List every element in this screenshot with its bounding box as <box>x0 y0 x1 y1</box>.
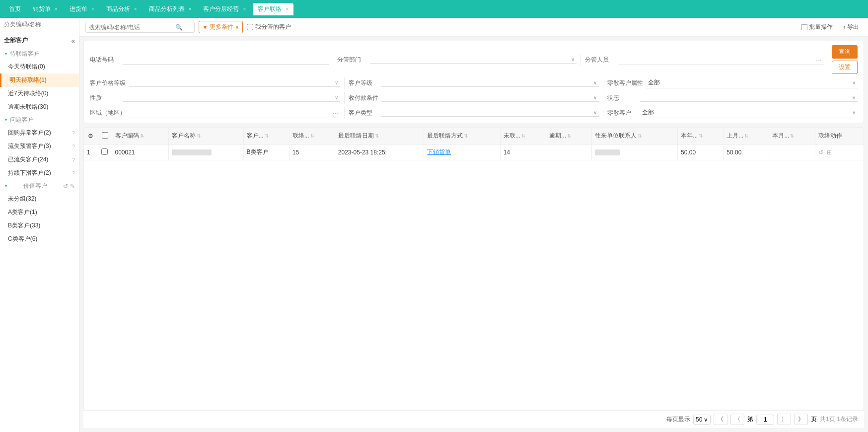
col-this-year: 本年... ⇅ <box>678 128 723 144</box>
action-grid-icon[interactable]: ⊞ <box>827 149 832 156</box>
filter-payment-select[interactable]: ∨ <box>381 94 599 102</box>
col-code: 客户编码 ⇅ <box>112 128 169 144</box>
sort-icon[interactable]: ⇅ <box>521 133 525 139</box>
help-icon[interactable]: ? <box>72 144 75 149</box>
page-input[interactable] <box>756 415 774 425</box>
filter-retail-attr-select[interactable]: 全部 ∨ <box>646 77 858 88</box>
chevron-up-icon: ∧ <box>235 24 239 31</box>
sidebar-item-7days[interactable]: 近7天待联络(0) <box>0 87 79 100</box>
close-icon[interactable]: × <box>134 6 137 12</box>
sort-icon[interactable]: ⇅ <box>744 133 748 139</box>
col-gear[interactable]: ⚙ <box>84 128 98 144</box>
prev-page-button[interactable]: 〈 <box>730 414 744 425</box>
sort-icon[interactable]: ⇅ <box>310 133 314 139</box>
sort-icon[interactable]: ⇅ <box>197 133 201 139</box>
sidebar-search-area: 🔍 <box>0 18 79 31</box>
sidebar-item-c-class[interactable]: C类客户(6) <box>0 232 79 246</box>
next-page-button[interactable]: 〉 <box>777 414 791 425</box>
nav-customer-contact[interactable]: 客户联络 × <box>253 3 293 15</box>
sort-icon[interactable]: ⇅ <box>638 133 642 139</box>
sort-icon[interactable]: ⇅ <box>464 133 468 139</box>
nav-home[interactable]: 首页 <box>4 3 26 15</box>
filter-row-1: 电话号码 分管部门 ∨ 分管人员 ··· <box>90 45 858 74</box>
filter-price-label: 客户价格等级 <box>90 79 126 87</box>
nav-customer-tier[interactable]: 客户分层经营 × <box>198 3 251 15</box>
nav-purchase[interactable]: 进货单 × <box>65 3 99 15</box>
close-icon[interactable]: × <box>55 6 58 12</box>
last-page-button[interactable]: 》 <box>794 414 808 425</box>
col-unit-contact: 往来单位联系人 ⇅ <box>592 128 678 144</box>
sidebar-item-overdue[interactable]: 逾期未联络(30) <box>0 100 79 114</box>
sort-icon[interactable]: ⇅ <box>699 133 703 139</box>
sidebar-item-tomorrow[interactable]: 明天待联络(1) <box>0 73 79 87</box>
content-area: 🔍 ▼ 更多条件 ∧ 我分管的客户 批量操作 ↑ 导出 <box>79 18 868 432</box>
sidebar-item-declining[interactable]: 持续下滑客户(2) ? <box>0 166 79 180</box>
total-label: 共1页 1条记录 <box>820 415 858 424</box>
my-customers-check[interactable]: 我分管的客户 <box>247 23 291 31</box>
first-page-button[interactable]: 《 <box>714 414 727 425</box>
search-input[interactable] <box>89 24 173 31</box>
sort-icon[interactable]: ⇅ <box>567 133 571 139</box>
sidebar-search-input[interactable] <box>4 21 78 28</box>
nav-product-list[interactable]: 商品分析列表 × <box>144 3 197 15</box>
select-all-checkbox[interactable] <box>102 132 108 139</box>
filter-price-select[interactable]: ∨ <box>129 79 340 87</box>
filter-phone-input[interactable] <box>123 55 329 65</box>
batch-op-button[interactable]: 批量操作 <box>798 21 836 33</box>
query-button[interactable]: 查询 <box>832 45 858 59</box>
sort-icon[interactable]: ⇅ <box>265 133 269 139</box>
sidebar-item-b-class[interactable]: B类客户(33) <box>0 219 79 232</box>
filter-btn[interactable]: ▼ 更多条件 ∧ <box>199 21 243 33</box>
filter-manager-select[interactable]: ··· <box>618 55 824 65</box>
search-icon[interactable]: 🔍 <box>175 24 183 31</box>
col-checkbox[interactable] <box>98 128 112 144</box>
sidebar-group-pending[interactable]: 待联络客户 <box>0 48 79 60</box>
sidebar-group-value: 价值客户 ↺ ✎ <box>0 180 79 192</box>
my-customers-checkbox[interactable] <box>247 24 253 30</box>
filter-dept-select[interactable]: ∨ <box>370 56 576 64</box>
chevron-down-icon: ∨ <box>593 110 597 115</box>
sort-icon[interactable]: ⇅ <box>375 133 379 139</box>
help-icon[interactable]: ? <box>72 157 75 163</box>
filter-region-select[interactable]: ··· <box>129 108 340 118</box>
sort-icon[interactable]: ⇅ <box>790 133 794 139</box>
page-size-label: 每页显示 <box>666 415 690 424</box>
close-icon[interactable]: × <box>189 6 192 12</box>
help-icon[interactable]: ? <box>72 130 75 136</box>
row-checkbox[interactable] <box>101 148 108 155</box>
refresh-icon[interactable]: ↺ <box>63 183 68 190</box>
set-button[interactable]: 设置 <box>832 61 858 74</box>
sidebar-item-churned[interactable]: 已流失客户(24) ? <box>0 153 79 166</box>
cell-last-method[interactable]: 下销货单 <box>424 144 501 160</box>
cell-checkbox[interactable] <box>98 144 112 160</box>
close-icon[interactable]: × <box>286 6 289 12</box>
filter-status-select[interactable]: ∨ <box>640 94 858 102</box>
export-button[interactable]: ↑ 导出 <box>840 21 862 33</box>
sidebar-all-customers[interactable]: 全部客户 « <box>0 33 79 48</box>
filter-region-label: 区域（地区） <box>90 109 126 117</box>
edit-icon[interactable]: ✎ <box>70 183 75 190</box>
filter-nature-select[interactable]: ∨ <box>123 94 340 102</box>
pagination-bar: 每页显示 50 ∨ 《 〈 第 〉 》 页 共1页 1条记录 <box>83 410 864 428</box>
dots-icon[interactable]: ··· <box>332 109 338 117</box>
sidebar-item-repurchase[interactable]: 回购异常客户(2) ? <box>0 126 79 140</box>
filter-type-select[interactable]: ∨ <box>381 109 599 117</box>
sidebar-item-churn-warning[interactable]: 流失预警客户(3) ? <box>0 140 79 153</box>
dots-icon[interactable]: ··· <box>816 56 822 64</box>
filter-retail-select[interactable]: 全部 ∨ <box>640 107 858 118</box>
help-icon[interactable]: ? <box>72 170 75 176</box>
filter-payment: 收付款条件 ∨ <box>349 94 599 102</box>
sidebar-item-a-class[interactable]: A类客户(1) <box>0 206 79 219</box>
page-size-select[interactable]: 50 ∨ <box>693 415 711 425</box>
sidebar-item-ungroup[interactable]: 未分组(32) <box>0 192 79 206</box>
sort-icon[interactable]: ⇅ <box>140 133 144 139</box>
sidebar-item-today[interactable]: 今天待联络(0) <box>0 60 79 73</box>
close-icon[interactable]: × <box>243 6 246 12</box>
sidebar-group-problems[interactable]: 问题客户 <box>0 114 79 126</box>
close-icon[interactable]: × <box>91 6 94 12</box>
action-refresh-icon[interactable]: ↺ <box>818 149 823 156</box>
filter-level-select[interactable]: ∨ <box>381 79 599 87</box>
col-last-month: 上月... ⇅ <box>723 128 769 144</box>
nav-product-analysis[interactable]: 商品分析 × <box>101 3 142 15</box>
nav-sales[interactable]: 销货单 × <box>28 3 63 15</box>
